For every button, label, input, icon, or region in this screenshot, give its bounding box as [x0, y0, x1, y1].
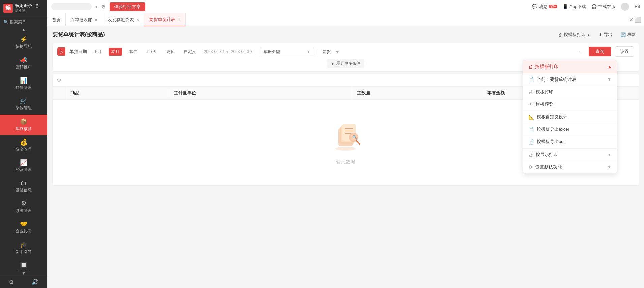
doc-type-select[interactable]: 单据类型 ▼ [260, 47, 314, 56]
tabs-maximize-btn[interactable]: ⬜ [635, 17, 641, 23]
sidebar-item-label: 采购管理 [16, 105, 32, 111]
tab-close-collection[interactable]: ✕ [136, 18, 139, 22]
refresh-icon: 🔄 [620, 32, 626, 37]
query-btn[interactable]: 查询 [589, 47, 611, 56]
avatar[interactable] [621, 3, 629, 11]
sidebar-sound-btn[interactable]: 🔊 [32, 279, 38, 285]
print-dropdown-collapse-icon[interactable]: ▲ [607, 64, 612, 69]
tab-home[interactable]: 首页 [47, 13, 66, 26]
tab-order-stats[interactable]: 要货单统计表 ✕ [144, 13, 186, 26]
doc-type-label: 单据类型 [264, 49, 280, 55]
date-btn-last7[interactable]: 近7天 [144, 48, 159, 56]
sidebar-item-label: 经营管理 [16, 167, 32, 173]
topbar-gear-icon[interactable]: ⚙ [101, 4, 106, 9]
filter-divider-2 [318, 49, 318, 54]
app-icon: 📱 [563, 4, 568, 9]
guide-icon: 🎓 [20, 241, 27, 248]
inventory-icon: 📦 [20, 118, 27, 125]
export-excel-icon: 📄 [528, 127, 534, 132]
yh-label: 要货 [322, 49, 331, 55]
refresh-btn[interactable]: 🔄 刷新 [618, 30, 639, 39]
tabs-close-btn[interactable]: ✕ [629, 17, 633, 23]
sidebar-item-app-center[interactable]: 🔲 应用中心 [0, 258, 47, 270]
scroll-up[interactable]: ▲ [22, 27, 26, 33]
topbar: ▼ ⚙ 体验行业方案 💬 消息 99+ 📱 App下载 🎧 在线客服 Rit [47, 0, 644, 13]
sidebar: 畅 畅捷通好生意 标准版 🔍 搜索菜单 ▲ ⚡ 快捷导航 📣 营销推广 📊 销售… [0, 0, 47, 288]
sidebar-item-quick-nav[interactable]: ⚡ 快捷导航 [0, 32, 47, 53]
table-settings-icon[interactable]: ⚙ [57, 77, 61, 84]
topbar-search-input[interactable] [51, 3, 92, 10]
topbar-chevron-icon[interactable]: ▼ [94, 4, 98, 9]
expand-icon: ▼ [331, 61, 335, 66]
more-options-icon[interactable]: ⋯ [577, 49, 585, 55]
topbar-app-download[interactable]: 📱 App下载 [563, 4, 586, 10]
message-badge: 99+ [549, 5, 557, 8]
date-btn-this-month[interactable]: 本月 [109, 48, 122, 56]
app-logo: 畅 畅捷通好生意 标准版 [0, 0, 47, 17]
sidebar-item-marketing[interactable]: 📣 营销推广 [0, 53, 47, 73]
quick-nav-icon: ⚡ [20, 36, 27, 43]
col-unit: 主计量单位 [170, 87, 353, 100]
sidebar-item-basic-info[interactable]: 🗂 基础信息 [0, 176, 47, 196]
sidebar-item-finance[interactable]: 💰 资金管理 [0, 135, 47, 156]
tab-close-batch[interactable]: ✕ [94, 18, 98, 22]
sidebar-item-sales[interactable]: 📊 销售管理 [0, 73, 47, 94]
sidebar-item-label: 基础信息 [16, 187, 32, 193]
print-template-item[interactable]: 🖨 模板打印 [523, 86, 617, 98]
sidebar-item-guide[interactable]: 🎓 新手引导 [0, 237, 47, 258]
svg-text:🔍: 🔍 [352, 135, 357, 140]
sidebar-item-cooperation[interactable]: 🤝 企业协同 [0, 217, 47, 237]
trial-btn[interactable]: 体验行业方案 [110, 2, 145, 11]
page-actions: 🖨 按模板打印 ▲ ⬆ 导出 🔄 刷新 [555, 30, 639, 39]
custom-design-item[interactable]: 📐 模板自定义设计 [523, 111, 617, 123]
tabs-right-controls: ✕ ⬜ [629, 17, 644, 23]
expand-conditions-btn[interactable]: ▼ 展开更多条件 [327, 59, 364, 68]
topbar-message[interactable]: 💬 消息 99+ [532, 4, 557, 10]
purchase-icon: 🛒 [20, 97, 27, 105]
export-excel-item[interactable]: 📄 按模板导出excel [523, 123, 617, 136]
page-title: 要货单统计表(按商品) [53, 31, 105, 38]
cooperation-icon: 🤝 [20, 220, 27, 228]
filter-collapse-btn[interactable]: ▷ [57, 47, 65, 56]
tab-batch-accounts[interactable]: 库存批次账 ✕ [66, 13, 103, 26]
preview-template-item[interactable]: 👁 模板预览 [523, 98, 617, 111]
tab-collection-summary[interactable]: 收发存汇总表 ✕ [103, 13, 144, 26]
print-dropdown: 🖨 按模板打印 ▲ 📄 当前：要货单统计表 ▼ 🖨 模板打印 👁 模板预览 📐 [523, 60, 617, 173]
select-arrow-icon: ▼ [306, 49, 310, 54]
svg-point-0 [335, 147, 356, 151]
date-btn-more[interactable]: 更多 [164, 48, 177, 56]
sidebar-item-operations[interactable]: 📈 经营管理 [0, 156, 47, 176]
topbar-service[interactable]: 🎧 在线客服 [591, 4, 616, 10]
date-label: 单据日期 [69, 49, 87, 55]
print-btn[interactable]: 🖨 按模板打印 ▲ [555, 30, 593, 39]
col-product: 商品 [66, 87, 170, 100]
col-checkbox [53, 87, 66, 100]
filter-divider [256, 49, 256, 54]
set-default-item[interactable]: ⚙ 设置默认功能 ▼ [523, 161, 617, 173]
sidebar-item-label: 销售管理 [16, 85, 32, 91]
date-btn-last-month[interactable]: 上月 [91, 48, 105, 56]
sidebar-item-purchase[interactable]: 🛒 采购管理 [0, 94, 47, 115]
username[interactable]: Rit [635, 4, 640, 9]
search-menu[interactable]: 🔍 搜索菜单 [0, 17, 47, 27]
export-btn[interactable]: ⬆ 导出 [596, 30, 615, 39]
message-icon: 💬 [532, 4, 537, 9]
sidebar-item-inventory[interactable]: 📦 库存核算 [0, 115, 47, 135]
settings-btn[interactable]: 设置 [615, 46, 634, 57]
operations-icon: 📈 [20, 159, 27, 166]
tab-close-order-stats[interactable]: ✕ [177, 17, 181, 22]
date-btn-this-year[interactable]: 本年 [126, 48, 140, 56]
system-icon: ⚙ [21, 200, 26, 207]
sidebar-settings-btn[interactable]: ⚙ [9, 279, 14, 285]
sidebar-item-system[interactable]: ⚙ 系统管理 [0, 196, 47, 217]
date-btn-custom[interactable]: 自定义 [181, 48, 199, 56]
current-template-arrow-icon: ▼ [607, 77, 611, 82]
tabs-bar: 首页 库存批次账 ✕ 收发存汇总表 ✕ 要货单统计表 ✕ ✕ ⬜ [47, 13, 644, 26]
display-print-icon: 🖨 [528, 152, 533, 157]
sidebar-item-label: 营销推广 [16, 64, 32, 70]
app-label: App下载 [569, 4, 586, 10]
scroll-down[interactable]: ▼ [22, 270, 26, 276]
export-pdf-item[interactable]: 📄 按模板导出pdf [523, 136, 617, 148]
display-print-item[interactable]: 🖨 按显示打印 ▼ [523, 149, 617, 161]
current-template-item[interactable]: 📄 当前：要货单统计表 ▼ [523, 73, 617, 86]
